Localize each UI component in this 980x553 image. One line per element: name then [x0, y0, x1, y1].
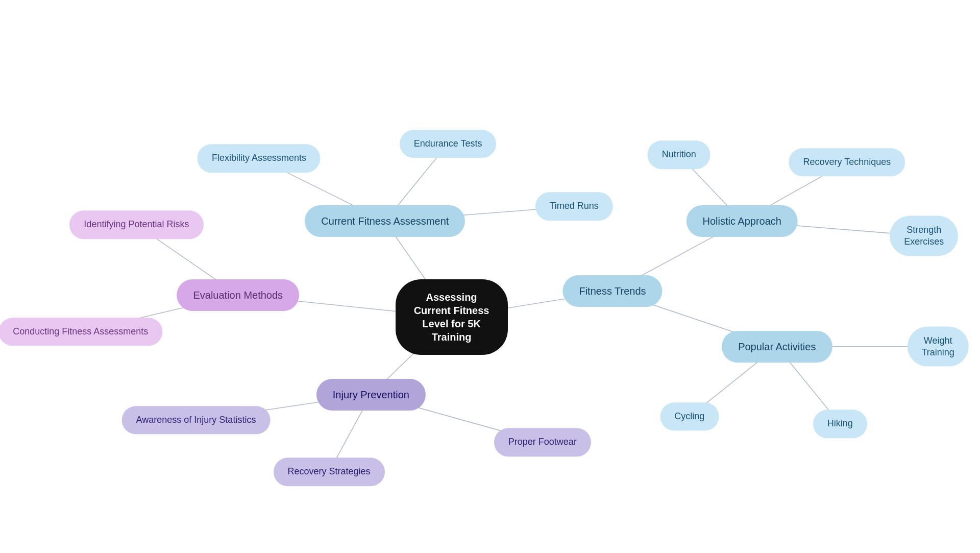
node-nutrition[interactable]: Nutrition: [648, 141, 710, 169]
node-popular[interactable]: Popular Activities: [722, 331, 832, 363]
node-recovery_tech[interactable]: Recovery Techniques: [789, 148, 905, 176]
node-endurance[interactable]: Endurance Tests: [400, 130, 497, 158]
node-center[interactable]: Assessing Current Fitness Level for 5K T…: [396, 279, 508, 355]
node-weight_training[interactable]: Weight Training: [908, 326, 969, 367]
node-timed_runs[interactable]: Timed Runs: [535, 193, 612, 221]
connections-svg: [0, 0, 980, 553]
node-hiking[interactable]: Hiking: [813, 410, 867, 438]
node-identifying[interactable]: Identifying Potential Risks: [69, 211, 203, 239]
node-flexibility[interactable]: Flexibility Assessments: [198, 145, 321, 173]
node-fitness_trends[interactable]: Fitness Trends: [562, 275, 662, 307]
node-awareness[interactable]: Awareness of Injury Statistics: [122, 406, 271, 434]
node-evaluation[interactable]: Evaluation Methods: [177, 279, 299, 311]
node-holistic[interactable]: Holistic Approach: [686, 205, 798, 237]
node-cycling[interactable]: Cycling: [660, 402, 719, 430]
node-strength[interactable]: Strength Exercises: [890, 216, 958, 256]
node-current_fitness[interactable]: Current Fitness Assessment: [305, 205, 465, 237]
node-proper_footwear[interactable]: Proper Footwear: [494, 428, 591, 456]
node-recovery_strategies[interactable]: Recovery Strategies: [274, 458, 385, 486]
node-conducting[interactable]: Conducting Fitness Assessments: [0, 318, 162, 346]
node-injury_prevention[interactable]: Injury Prevention: [316, 379, 426, 411]
mind-map: Assessing Current Fitness Level for 5K T…: [0, 0, 980, 553]
